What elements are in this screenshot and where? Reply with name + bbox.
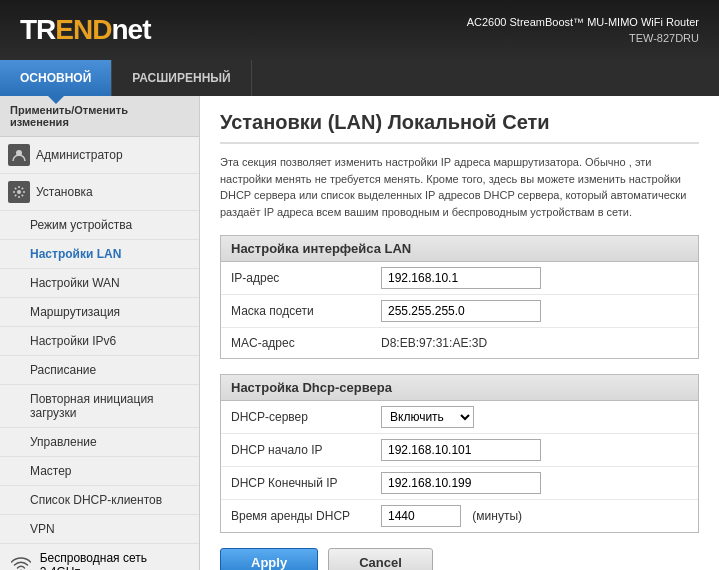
sidebar-apply-section: Применить/Отменить изменения xyxy=(0,96,199,137)
dhcp-server-row: DHCP-сервер Включить Выключить xyxy=(221,401,698,434)
dhcp-end-ip-row: DHCP Конечный IP xyxy=(221,467,698,500)
dhcp-start-ip-label: DHCP начало IP xyxy=(231,443,381,457)
lan-interface-section: Настройка интерфейса LAN IP-адрес Маска … xyxy=(220,235,699,359)
dhcp-end-ip-label: DHCP Конечный IP xyxy=(231,476,381,490)
sidebar-item-reboot[interactable]: Повторная инициация загрузки xyxy=(0,385,199,428)
dhcp-lease-time-value: (минуты) xyxy=(381,505,688,527)
page-description: Эта секция позволяет изменить настройки … xyxy=(220,154,699,220)
apply-button[interactable]: Apply xyxy=(220,548,318,570)
dhcp-section: Настройка Dhcp-сервера DHCP-сервер Включ… xyxy=(220,374,699,533)
sidebar-item-lan[interactable]: Настройки LAN xyxy=(0,240,199,269)
admin-icon xyxy=(8,144,30,166)
dhcp-server-label: DHCP-сервер xyxy=(231,410,381,424)
dhcp-lease-time-label: Время аренды DHCP xyxy=(231,509,381,523)
sidebar-item-schedule[interactable]: Расписание xyxy=(0,356,199,385)
sidebar-item-routing[interactable]: Маршрутизация xyxy=(0,298,199,327)
nav-tabs: ОСНОВНОЙ РАСШИРЕННЫЙ xyxy=(0,60,719,96)
ip-address-label: IP-адрес xyxy=(231,271,381,285)
model-number: TEW-827DRU xyxy=(467,30,699,47)
sidebar-item-device-mode[interactable]: Режим устройства xyxy=(0,211,199,240)
content-area: Установки (LAN) Локальной Сети Эта секци… xyxy=(200,96,719,570)
main-layout: Применить/Отменить изменения Администрат… xyxy=(0,96,719,570)
ip-address-input[interactable] xyxy=(381,267,541,289)
sidebar-item-vpn[interactable]: VPN xyxy=(0,515,199,544)
sidebar-item-dhcp-clients[interactable]: Список DHCP-клиентов xyxy=(0,486,199,515)
dhcp-lease-time-suffix: (минуты) xyxy=(472,509,522,523)
cancel-button[interactable]: Cancel xyxy=(328,548,433,570)
lan-section-title: Настройка интерфейса LAN xyxy=(220,235,699,262)
sidebar-item-ipv6[interactable]: Настройки IPv6 xyxy=(0,327,199,356)
wifi-icon xyxy=(10,554,32,570)
subnet-mask-row: Маска подсети xyxy=(221,295,698,328)
mac-address-text: D8:EB:97:31:AE:3D xyxy=(381,336,487,350)
lan-section-body: IP-адрес Маска подсети MAC-адрес D8:EB:9… xyxy=(220,262,699,359)
sidebar-item-management[interactable]: Управление xyxy=(0,428,199,457)
sidebar: Применить/Отменить изменения Администрат… xyxy=(0,96,200,570)
header-info: AC2600 StreamBoost™ MU-MIMO WiFi Router … xyxy=(467,14,699,47)
mac-address-row: MAC-адрес D8:EB:97:31:AE:3D xyxy=(221,328,698,358)
dhcp-lease-time-input[interactable] xyxy=(381,505,461,527)
tab-advanced[interactable]: РАСШИРЕННЫЙ xyxy=(112,60,251,96)
dhcp-section-body: DHCP-сервер Включить Выключить DHCP нача… xyxy=(220,401,699,533)
dhcp-server-value: Включить Выключить xyxy=(381,406,688,428)
sidebar-item-wizard[interactable]: Мастер xyxy=(0,457,199,486)
sidebar-item-admin[interactable]: Администратор xyxy=(0,137,199,174)
mac-address-value: D8:EB:97:31:AE:3D xyxy=(381,336,688,350)
dhcp-server-select[interactable]: Включить Выключить xyxy=(381,406,474,428)
tab-basic[interactable]: ОСНОВНОЙ xyxy=(0,60,112,96)
dhcp-start-ip-input[interactable] xyxy=(381,439,541,461)
dhcp-start-ip-row: DHCP начало IP xyxy=(221,434,698,467)
svg-point-1 xyxy=(17,190,21,194)
product-line: AC2600 StreamBoost™ MU-MIMO WiFi Router xyxy=(467,14,699,31)
dhcp-lease-time-row: Время аренды DHCP (минуты) xyxy=(221,500,698,532)
sidebar-item-wifi-2g[interactable]: Беспроводная сеть 2.4GHz xyxy=(0,544,199,570)
logo: TRENDnet xyxy=(20,14,150,46)
mac-address-label: MAC-адрес xyxy=(231,336,381,350)
sidebar-item-wan[interactable]: Настройки WAN xyxy=(0,269,199,298)
subnet-mask-input[interactable] xyxy=(381,300,541,322)
setup-icon xyxy=(8,181,30,203)
ip-address-row: IP-адрес xyxy=(221,262,698,295)
ip-address-value xyxy=(381,267,688,289)
dhcp-section-title: Настройка Dhcp-сервера xyxy=(220,374,699,401)
subnet-mask-value xyxy=(381,300,688,322)
subnet-mask-label: Маска подсети xyxy=(231,304,381,318)
dhcp-end-ip-value xyxy=(381,472,688,494)
action-buttons: Apply Cancel xyxy=(220,548,699,570)
header: TRENDnet AC2600 StreamBoost™ MU-MIMO WiF… xyxy=(0,0,719,60)
dhcp-end-ip-input[interactable] xyxy=(381,472,541,494)
dhcp-start-ip-value xyxy=(381,439,688,461)
page-title: Установки (LAN) Локальной Сети xyxy=(220,111,699,144)
sidebar-item-setup[interactable]: Установка xyxy=(0,174,199,211)
